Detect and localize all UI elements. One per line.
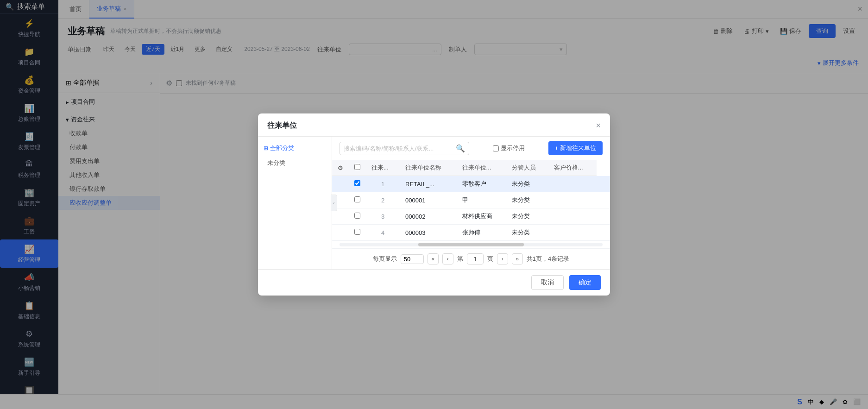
table-row[interactable]: 1 RETAIL_... 零散客户 未分类: [332, 176, 610, 192]
row-code: RETAIL_...: [400, 176, 457, 192]
col-pricelevel-header: 客户价格...: [548, 160, 597, 176]
row-code: 000002: [400, 208, 457, 225]
page-size-select[interactable]: 50 20 100: [401, 254, 424, 264]
dialog: 往来单位 × ⊞ 全部分类 未分类 ‹: [258, 113, 610, 296]
row-category: 未分类: [506, 208, 548, 225]
show-disabled-checkbox[interactable]: [493, 145, 499, 151]
row-checkbox[interactable]: [354, 180, 360, 186]
row-num: 2: [366, 192, 400, 208]
row-checkbox-cell: [349, 192, 366, 208]
row-num: 4: [366, 225, 400, 241]
table-row[interactable]: 2 000001 甲 未分类: [332, 192, 610, 208]
grid-icon-small: ⊞: [264, 145, 268, 151]
all-categories-item[interactable]: ⊞ 全部分类: [258, 140, 332, 156]
row-checkbox[interactable]: [354, 213, 360, 219]
row-category: 未分类: [506, 225, 548, 241]
row-name: 甲: [457, 192, 506, 208]
page-size-label: 每页显示: [373, 255, 397, 263]
col-code-header: 往来...: [366, 160, 400, 176]
row-pricelevel: [597, 176, 610, 192]
row-manager: [548, 192, 597, 208]
table-row[interactable]: 4 000003 张师傅 未分类: [332, 225, 610, 241]
page-unit: 页: [487, 255, 493, 263]
row-name: 材料供应商: [457, 208, 506, 225]
dialog-categories: ⊞ 全部分类 未分类 ‹: [258, 137, 332, 269]
dialog-header: 往来单位 ×: [258, 113, 610, 137]
search-input[interactable]: [344, 145, 453, 152]
row-pricelevel: [597, 225, 610, 241]
row-checkbox-cell: [349, 225, 366, 241]
row-settings: [332, 225, 349, 241]
col-settings-header: ⚙: [332, 160, 349, 176]
last-page-btn[interactable]: »: [512, 253, 523, 264]
scroll-thumb[interactable]: [418, 243, 523, 246]
dialog-right: 🔍 显示停用 + 新增往来单位 ⚙: [332, 137, 610, 269]
first-page-btn[interactable]: «: [428, 253, 439, 264]
table-row[interactable]: 3 000002 材料供应商 未分类: [332, 208, 610, 225]
page-word: 第: [457, 255, 463, 263]
confirm-button[interactable]: 确定: [569, 275, 601, 290]
prev-page-btn[interactable]: ‹: [442, 253, 453, 264]
row-checkbox-cell: [349, 208, 366, 225]
dialog-toolbar: 🔍 显示停用 + 新增往来单位: [332, 137, 610, 160]
dialog-table: ⚙ 往来... 往来单位名称 往来单位... 分管人员 客户价格...: [332, 160, 610, 241]
dialog-body: ⊞ 全部分类 未分类 ‹ 🔍 显示停用: [258, 137, 610, 269]
col-manager-header: 分管人员: [506, 160, 548, 176]
row-pricelevel: [597, 208, 610, 225]
row-name: 零散客户: [457, 176, 506, 192]
table-header-row: ⚙ 往来... 往来单位名称 往来单位... 分管人员 客户价格...: [332, 160, 610, 176]
total-label: 共1页，4条记录: [527, 255, 569, 263]
dialog-close-button[interactable]: ×: [596, 121, 601, 131]
row-checkbox[interactable]: [354, 229, 360, 235]
col-check-header: [349, 160, 366, 176]
col-name-header: 往来单位名称: [400, 160, 457, 176]
row-code: 000001: [400, 192, 457, 208]
cancel-button[interactable]: 取消: [531, 275, 564, 290]
select-all-table-checkbox[interactable]: [354, 164, 360, 170]
show-disabled-label[interactable]: 显示停用: [493, 144, 525, 152]
page-number-input[interactable]: [467, 253, 484, 264]
dialog-scrollbar[interactable]: [332, 241, 610, 248]
next-page-btn[interactable]: ›: [497, 253, 508, 264]
row-manager: [548, 225, 597, 241]
row-category: 未分类: [506, 176, 548, 192]
col-category-header: 往来单位...: [457, 160, 506, 176]
scroll-track: [340, 243, 603, 246]
panel-collapse-btn[interactable]: ‹: [331, 195, 337, 211]
dialog-footer: 取消 确定: [258, 269, 610, 296]
add-counterparty-button[interactable]: + 新增往来单位: [548, 141, 603, 155]
counterparty-table: ⚙ 往来... 往来单位名称 往来单位... 分管人员 客户价格...: [332, 160, 610, 241]
row-num: 3: [366, 208, 400, 225]
row-settings: [332, 176, 349, 192]
row-checkbox-cell: [349, 176, 366, 192]
table-body: 1 RETAIL_... 零散客户 未分类 2: [332, 176, 610, 241]
modal-overlay[interactable]: 往来单位 × ⊞ 全部分类 未分类 ‹: [0, 0, 868, 409]
dialog-pagination: 每页显示 50 20 100 « ‹ 第 页 › » 共1页，4条记录: [332, 248, 610, 269]
row-checkbox[interactable]: [354, 196, 360, 202]
row-num: 1: [366, 176, 400, 192]
unclassified-category-item[interactable]: 未分类: [258, 156, 332, 170]
search-box: 🔍: [340, 142, 469, 155]
search-icon: 🔍: [456, 144, 465, 153]
row-name: 张师傅: [457, 225, 506, 241]
row-code: 000003: [400, 225, 457, 241]
row-manager: [548, 176, 597, 192]
dialog-title: 往来单位: [267, 121, 297, 131]
row-pricelevel: [597, 192, 610, 208]
row-manager: [548, 208, 597, 225]
row-category: 未分类: [506, 192, 548, 208]
